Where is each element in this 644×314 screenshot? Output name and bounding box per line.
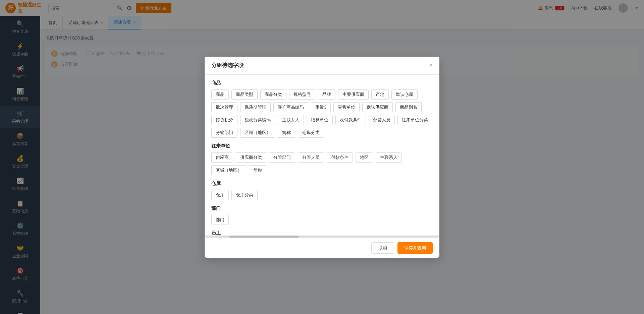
- section-employee-title: 员工: [211, 230, 433, 235]
- tag-partner-3[interactable]: 分管部门: [269, 152, 295, 163]
- tag-partner-7[interactable]: 主联系人: [376, 152, 402, 163]
- tag-goods-24[interactable]: 区域（地区）: [240, 128, 275, 138]
- tag-goods-7[interactable]: 产地: [371, 89, 389, 100]
- modal-footer: 取消 保存并查询: [205, 238, 439, 258]
- tag-goods-14[interactable]: 默认供应商: [362, 102, 393, 112]
- tag-department-1[interactable]: 部门: [211, 215, 229, 225]
- tag-goods-13[interactable]: 零售单位: [333, 102, 360, 112]
- tag-goods-5[interactable]: 品牌: [318, 89, 335, 100]
- section-partner-title: 往来单位: [211, 143, 433, 149]
- tag-partner-5[interactable]: 付款条件: [327, 152, 353, 163]
- goods-tags: 商品 商品类型 商品分类 规格型号 品牌 主要供应商 产地 默认仓库 批次管理 …: [211, 89, 433, 138]
- tag-goods-21[interactable]: 分管人员: [369, 115, 395, 125]
- warehouse-tags: 仓库 仓库分类: [211, 190, 433, 200]
- tag-goods-2[interactable]: 商品类型: [231, 89, 258, 100]
- tag-warehouse-1[interactable]: 仓库: [211, 190, 229, 200]
- tag-goods-1[interactable]: 商品: [211, 89, 229, 100]
- modal-header: 分组待选字段 ×: [205, 57, 439, 75]
- section-department: 部门 部门: [211, 205, 433, 225]
- tag-goods-17[interactable]: 税收分类编码: [240, 115, 275, 125]
- section-goods-title: 商品: [211, 80, 433, 86]
- tag-warehouse-2[interactable]: 仓库分类: [231, 190, 258, 200]
- tag-goods-25[interactable]: 简称: [278, 128, 295, 138]
- tag-partner-2[interactable]: 供应商分类: [236, 152, 266, 163]
- tag-goods-20[interactable]: 收付款条件: [335, 115, 366, 125]
- partner-tags: 供应商 供应商分类 分管部门 分管人员 付款条件 地区 主联系人 区域（地区） …: [211, 152, 433, 175]
- section-goods: 商品 商品 商品类型 商品分类 规格型号 品牌 主要供应商 产地 默认仓库 批次…: [211, 80, 433, 138]
- modal-close-button[interactable]: ×: [429, 62, 433, 69]
- tag-goods-11[interactable]: 客户商品编码: [273, 102, 308, 112]
- tag-partner-4[interactable]: 分管人员: [298, 152, 324, 163]
- modal-body: 商品 商品 商品类型 商品分类 规格型号 品牌 主要供应商 产地 默认仓库 批次…: [205, 75, 439, 235]
- modal-dialog: 分组待选字段 × 商品 商品 商品类型 商品分类 规格型号 品牌 主要供应商 产…: [205, 57, 439, 258]
- tag-goods-16[interactable]: 拣货积分: [211, 115, 237, 125]
- hscroll-track: [206, 236, 438, 238]
- tag-partner-1[interactable]: 供应商: [211, 152, 233, 163]
- section-department-title: 部门: [211, 205, 433, 211]
- tag-goods-8[interactable]: 默认仓库: [391, 89, 418, 100]
- tag-goods-19[interactable]: 结算单位: [307, 115, 333, 125]
- tag-goods-4[interactable]: 规格型号: [289, 89, 315, 100]
- modal-overlay: 分组待选字段 × 商品 商品 商品类型 商品分类 规格型号 品牌 主要供应商 产…: [0, 0, 644, 314]
- section-warehouse-title: 仓库: [211, 181, 433, 187]
- tag-goods-10[interactable]: 保质期管理: [240, 102, 271, 112]
- tag-goods-26[interactable]: 仓库分类: [298, 128, 324, 138]
- tag-goods-23[interactable]: 分管部门: [211, 128, 237, 138]
- modal-hscrollbar[interactable]: [205, 235, 439, 238]
- section-warehouse: 仓库 仓库 仓库分类: [211, 181, 433, 200]
- tag-partner-9[interactable]: 简称: [249, 165, 266, 175]
- department-tags: 部门: [211, 215, 433, 225]
- hscroll-thumb: [229, 236, 299, 238]
- modal-title: 分组待选字段: [211, 62, 244, 69]
- tag-goods-9[interactable]: 批次管理: [211, 102, 237, 112]
- tag-goods-22[interactable]: 往来单位分类: [397, 115, 432, 125]
- confirm-button[interactable]: 保存并查询: [397, 242, 433, 254]
- tag-partner-8[interactable]: 区域（地区）: [211, 165, 246, 175]
- section-partner: 往来单位 供应商 供应商分类 分管部门 分管人员 付款条件 地区 主联系人 区域…: [211, 143, 433, 175]
- tag-partner-6[interactable]: 地区: [356, 152, 373, 163]
- tag-goods-12[interactable]: 重量3: [311, 102, 331, 112]
- tag-goods-3[interactable]: 商品分类: [260, 89, 286, 100]
- tag-goods-15[interactable]: 商品别名: [395, 102, 422, 112]
- section-employee: 员工 业务员: [211, 230, 433, 235]
- tag-goods-18[interactable]: 主联系人: [278, 115, 304, 125]
- tag-goods-6[interactable]: 主要供应商: [338, 89, 369, 100]
- cancel-button[interactable]: 取消: [371, 242, 394, 254]
